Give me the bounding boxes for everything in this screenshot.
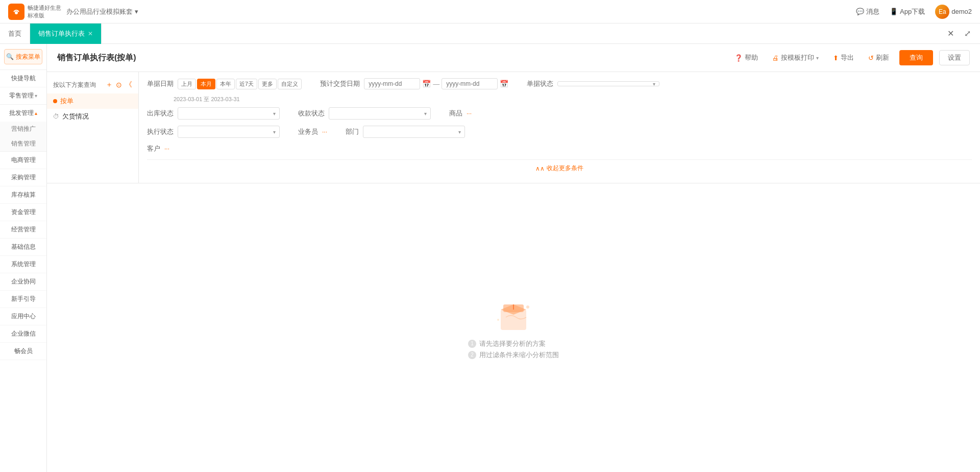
filter-collapse-button[interactable]: ∧∧ 收起更多条件 (147, 159, 972, 177)
sidebar-item-system[interactable]: 系统管理 (0, 256, 46, 273)
logo-icon (8, 4, 24, 20)
date-btn-this-month[interactable]: 本月 (197, 79, 215, 89)
calendar-from-icon[interactable]: 📅 (422, 80, 431, 88)
sidebar-item-purchase[interactable]: 采购管理 (0, 169, 46, 186)
query-button[interactable]: 查询 (899, 50, 933, 65)
content-area: 销售订单执行表(按单) ❓ 帮助 🖨 按模板打印 ▾ ⬆ 导出 ↺ 刷新 (47, 44, 980, 472)
empty-icon (488, 294, 539, 335)
print-icon: 🖨 (772, 54, 779, 62)
sidebar-item-newbie[interactable]: 新手引导 (0, 291, 46, 308)
scheme-dot (53, 99, 57, 103)
filter-item-execute-status: 执行状态 (147, 126, 280, 138)
date-sub-label: 2023-03-01 至 2023-03-31 (147, 96, 972, 103)
tab-expand-icon[interactable]: ⤢ (961, 28, 974, 39)
department-wrapper (363, 126, 465, 138)
scheme-panel: 按以下方案查询 ＋ ⊙ 《 按单 ⏱ 欠货情况 (47, 72, 139, 183)
tab-home[interactable]: 首页 (0, 23, 30, 44)
help-button[interactable]: ❓ 帮助 (730, 51, 762, 64)
date-btn-this-year[interactable]: 本年 (216, 79, 235, 89)
filter-item-goods: 商品 ··· (449, 109, 472, 118)
date-btn-more[interactable]: 更多 (258, 79, 277, 89)
department-select[interactable] (363, 126, 465, 138)
customer-more-icon[interactable]: ··· (164, 145, 169, 152)
sidebar-item-inventory[interactable]: 库存核算 (0, 186, 46, 204)
forecast-date-from-input[interactable] (364, 78, 420, 89)
print-button[interactable]: 🖨 按模板打印 ▾ (768, 51, 823, 64)
sidebar-item-wechat[interactable]: 企业微信 (0, 325, 46, 343)
date-btn-last-month[interactable]: 上月 (178, 79, 196, 89)
sidebar-item-app-center[interactable]: 应用中心 (0, 308, 46, 325)
svg-point-7 (497, 319, 499, 321)
scheme-item-order[interactable]: 按单 (47, 93, 138, 109)
main-layout: 🔍 搜索菜单 快捷导航 零售管理 ▾ 批发管理 ▴ 营销推广 销售管理 (0, 44, 980, 472)
calendar-to-icon[interactable]: 📅 (500, 80, 508, 88)
tab-close-icon[interactable]: ✕ (88, 30, 93, 37)
filter-item-department: 部门 (346, 126, 465, 138)
collapse-up-icon: ∧∧ (535, 165, 545, 172)
empty-tip-2: 2 用过滤条件来缩小分析范围 (468, 350, 559, 360)
date-btn-custom[interactable]: 自定义 (278, 79, 302, 89)
sidebar-item-base-info[interactable]: 基础信息 (0, 239, 46, 256)
scheme-header: 按以下方案查询 ＋ ⊙ 《 (47, 78, 138, 93)
forecast-date-to-input[interactable] (442, 78, 498, 89)
sidebar-item-operations[interactable]: 经营管理 (0, 221, 46, 239)
sidebar-item-enterprise[interactable]: 企业协同 (0, 273, 46, 291)
tab-sales-order[interactable]: 销售订单执行表 ✕ (30, 23, 102, 44)
filter-item-status: 单据状态 ▾ (527, 79, 659, 88)
payment-status-select[interactable] (329, 107, 431, 120)
execute-status-wrapper (178, 126, 280, 138)
edit-scheme-icon[interactable]: ⊙ (116, 81, 122, 89)
sidebar-item-sales[interactable]: 销售管理 (0, 136, 46, 151)
sidebar-item-wholesale[interactable]: 批发管理 ▴ (0, 105, 46, 122)
print-dropdown-icon: ▾ (816, 55, 819, 61)
goods-more-icon[interactable]: ··· (467, 110, 472, 117)
export-button[interactable]: ⬆ 导出 (829, 51, 858, 64)
help-icon: ❓ (734, 54, 743, 62)
tab-close-all-icon[interactable]: ✕ (944, 28, 957, 39)
filter-item-salesperson: 业务员 ··· (298, 127, 327, 136)
status-select[interactable] (557, 81, 659, 86)
header-right: 💬 消息 📱 App下载 Ea demo2 (856, 5, 972, 19)
user-profile[interactable]: Ea demo2 (935, 5, 972, 19)
app-download-button[interactable]: 📱 App下载 (890, 7, 925, 16)
data-area: 1 请先选择要分析的方案 2 用过滤条件来缩小分析范围 (47, 183, 980, 472)
date-quick-buttons: 上月 本月 本年 近7天 更多 自定义 (178, 79, 302, 89)
sidebar-item-ecommerce[interactable]: 电商管理 (0, 152, 46, 169)
refresh-button[interactable]: ↺ 刷新 (864, 51, 893, 64)
add-scheme-icon[interactable]: ＋ (106, 80, 113, 89)
filter-item-payment-status: 收款状态 (298, 107, 431, 120)
page-header: 销售订单执行表(按单) ❓ 帮助 🖨 按模板打印 ▾ ⬆ 导出 ↺ 刷新 (47, 44, 980, 72)
filter-layout: 按以下方案查询 ＋ ⊙ 《 按单 ⏱ 欠货情况 (47, 72, 980, 183)
execute-status-select[interactable] (178, 126, 280, 138)
scheme-header-actions: ＋ ⊙ 《 (106, 80, 132, 89)
salesperson-more-icon[interactable]: ··· (322, 128, 327, 135)
chevron-down-icon: ▾ (35, 93, 37, 99)
payment-status-wrapper (329, 107, 431, 120)
sidebar-item-member[interactable]: 畅会员 (0, 343, 46, 360)
sidebar-group-retail: 零售管理 ▾ (0, 87, 46, 105)
sidebar-item-marketing[interactable]: 营销推广 (0, 122, 46, 136)
download-icon: 📱 (890, 8, 898, 15)
filter-row-3: 执行状态 业务员 ··· (147, 126, 972, 138)
sidebar-item-finance[interactable]: 资金管理 (0, 204, 46, 221)
search-menu-button[interactable]: 🔍 搜索菜单 (4, 49, 42, 64)
date-btn-7days[interactable]: 近7天 (236, 79, 257, 89)
refresh-icon: ↺ (868, 54, 874, 62)
sidebar-item-retail[interactable]: 零售管理 ▾ (0, 87, 46, 104)
breadcrumb[interactable]: 办公用品行业模拟账套 ▾ (66, 7, 138, 16)
delivery-status-wrapper (178, 107, 280, 120)
search-icon: 🔍 (6, 53, 14, 60)
sidebar-search-area: 🔍 搜索菜单 (0, 44, 46, 70)
sidebar-item-quick-nav[interactable]: 快捷导航 (0, 70, 46, 87)
filter-item-date: 单据日期 上月 本月 本年 近7天 更多 自定义 (147, 79, 302, 89)
settings-button[interactable]: 设置 (939, 50, 970, 65)
sidebar-group-wholesale: 批发管理 ▴ 营销推广 销售管理 (0, 105, 46, 152)
filter-row-4: 客户 ··· (147, 144, 972, 153)
delivery-status-select[interactable] (178, 107, 280, 120)
collapse-scheme-icon[interactable]: 《 (125, 80, 132, 89)
page-actions: ❓ 帮助 🖨 按模板打印 ▾ ⬆ 导出 ↺ 刷新 查询 设置 (730, 50, 970, 65)
filter-item-forecast-date: 预计交货日期 📅 — 📅 (320, 78, 508, 89)
scheme-item-shortage[interactable]: ⏱ 欠货情况 (47, 109, 138, 124)
message-button[interactable]: 💬 消息 (856, 7, 879, 16)
empty-tip-1: 1 请先选择要分析的方案 (468, 339, 559, 348)
